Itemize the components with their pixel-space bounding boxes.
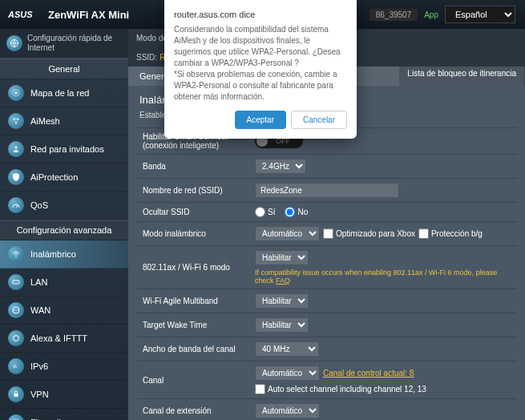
svg-rect-9	[13, 281, 19, 284]
nav-wan[interactable]: WAN	[0, 297, 128, 325]
alexa-icon	[8, 330, 24, 346]
mesh-icon	[8, 113, 24, 129]
nav-qos[interactable]: QoS	[0, 192, 128, 220]
dialog-accept-button[interactable]: Aceptar	[235, 111, 286, 129]
select-ext-channel[interactable]: Automático	[255, 403, 320, 418]
vpn-icon	[8, 386, 24, 402]
label-wifi6: 802.11ax / Wi-Fi 6 modo	[136, 246, 248, 289]
tab-roaming-blocklist[interactable]: Lista de bloqueo de itinerancia	[399, 67, 525, 86]
nav-vpn[interactable]: VPN	[0, 381, 128, 409]
wifi-icon	[8, 246, 24, 262]
ipv6-icon: v6	[8, 358, 24, 374]
nav-network-map[interactable]: Mapa de la red	[0, 79, 128, 107]
nav-wireless[interactable]: Inalámbrico	[0, 240, 128, 269]
wan-icon	[8, 302, 24, 318]
check-auto-channel-12-13[interactable]: Auto select channel including channel 12…	[255, 384, 426, 394]
select-band[interactable]: 2.4GHz	[255, 159, 306, 174]
nav-lan[interactable]: LAN	[0, 269, 128, 297]
check-xbox[interactable]: Optimizado para Xbox	[323, 228, 415, 239]
mode-label: Modo de	[136, 34, 168, 42]
dialog-message: Considerando la compatibilidad del siste…	[174, 24, 347, 103]
label-agile: Wi-Fi Agile Multiband	[136, 289, 248, 313]
svg-text:v6: v6	[13, 365, 17, 369]
select-twt[interactable]: Habilitar	[255, 317, 309, 333]
nav-aiprotection[interactable]: AiProtection	[0, 164, 128, 192]
confirm-dialog: router.asus.com dice Considerando la com…	[164, 0, 357, 139]
wifi6-warning: If compatibility issue occurs when enabl…	[255, 269, 511, 285]
label-channel: Canal	[136, 361, 248, 399]
faq-link[interactable]: FAQ	[276, 277, 290, 285]
select-channel[interactable]: Automático	[255, 365, 320, 381]
check-bg-protection[interactable]: Protección b/g	[418, 228, 483, 239]
svg-point-11	[14, 336, 19, 341]
current-channel-link[interactable]: Canal de control actual: 8	[323, 369, 414, 378]
firewall-icon	[8, 414, 24, 420]
sidebar: Configuración rápida de Internet General…	[0, 29, 128, 420]
svg-text:ASUS: ASUS	[8, 10, 33, 19]
svg-rect-13	[14, 394, 18, 397]
svg-point-7	[15, 147, 18, 149]
label-ext-channel: Canal de extensión	[136, 399, 248, 421]
gauge-icon	[8, 197, 24, 213]
label-hide-ssid: Ocultar SSID	[136, 203, 248, 222]
radio-hide-yes[interactable]: Sí	[255, 207, 275, 217]
svg-point-2	[15, 92, 18, 95]
product-name: ZenWiFi AX Mini	[48, 9, 129, 21]
nav-ipv6[interactable]: v6IPv6	[0, 353, 128, 381]
label-bandwidth: Ancho de banda del canal	[136, 337, 248, 361]
lan-icon	[8, 274, 24, 290]
select-wireless-mode[interactable]: Automático	[255, 226, 320, 241]
ssid-badge: 86_39507	[370, 9, 418, 21]
brand-logo: ASUS ZenWiFi AX Mini	[8, 9, 129, 21]
label-wireless-mode: Modo inalámbrico	[136, 222, 248, 246]
select-bandwidth[interactable]: 40 MHz	[255, 341, 319, 357]
label-band: Banda	[136, 155, 248, 179]
app-link[interactable]: App	[424, 10, 438, 19]
radio-hide-no[interactable]: No	[285, 207, 308, 217]
select-wifi6[interactable]: Habilitar	[255, 250, 309, 265]
nav-aimesh[interactable]: AiMesh	[0, 107, 128, 135]
svg-point-8	[15, 256, 17, 258]
section-general: General	[0, 59, 128, 79]
label-ssid: Nombre de red (SSID)	[136, 179, 248, 203]
nav-alexa-ifttt[interactable]: Alexa & IFTTT	[0, 325, 128, 353]
label-twt: Target Wake Time	[136, 313, 248, 337]
select-agile[interactable]: Habilitar	[255, 293, 309, 309]
input-ssid[interactable]	[255, 183, 399, 198]
ssid-prefix: SSID:	[136, 53, 157, 62]
dialog-cancel-button[interactable]: Cancelar	[291, 111, 347, 129]
map-icon	[8, 85, 24, 101]
globe-icon	[6, 35, 22, 51]
wireless-settings-table: Habilitar Smart Connect (conexión inteli…	[136, 127, 517, 420]
nav-guest-network[interactable]: Red para invitados	[0, 135, 128, 164]
shield-icon	[8, 169, 24, 185]
dialog-origin: router.asus.com dice	[174, 10, 347, 19]
section-advanced: Configuración avanzada	[0, 220, 128, 240]
language-select[interactable]: Español	[445, 6, 515, 23]
guest-icon	[8, 141, 24, 157]
quick-setup-link[interactable]: Configuración rápida de Internet	[0, 29, 128, 59]
nav-firewall[interactable]: Firewall	[0, 409, 128, 420]
